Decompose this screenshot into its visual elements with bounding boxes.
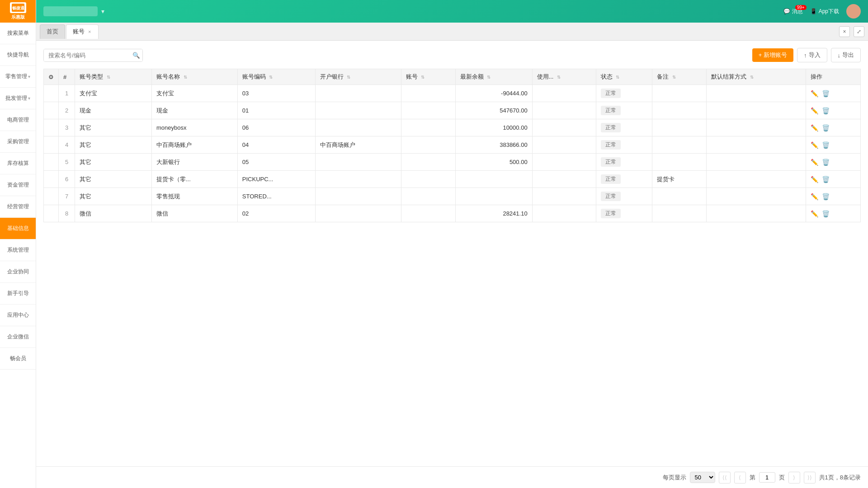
sidebar-item-enterprise-wechat[interactable]: 企业微信 [0,326,36,348]
sidebar-item-search[interactable]: 搜索菜单 [0,23,36,44]
sidebar-item-purchase[interactable]: 采购管理 [0,131,36,153]
tab-close-button[interactable]: × [839,26,850,37]
edit-icon[interactable]: ✏️ [811,193,818,200]
sidebar-item-inventory[interactable]: 库存核算 [0,153,36,174]
table-header-row: ⚙ # 账号类型 ⇅ 账号名称 ⇅ 账号编码 ⇅ 开户银行 ⇅ 账号 ⇅ 最新余… [44,69,861,85]
edit-icon[interactable]: ✏️ [811,210,818,217]
sidebar-item-members[interactable]: 畅会员 [0,348,36,370]
header-search-input[interactable] [43,6,98,16]
row-settle [707,205,806,222]
row-action: ✏️ 🗑️ [806,136,861,154]
tab-close-icon[interactable]: × [87,28,92,35]
next-page-button[interactable]: ⟩ [788,472,800,483]
col-usage[interactable]: 使用... ⇅ [532,69,596,85]
sidebar-item-quicknav[interactable]: 快捷导航 [0,44,36,66]
row-type: 其它 [75,136,152,154]
col-account[interactable]: 账号 ⇅ [401,69,455,85]
delete-icon[interactable]: 🗑️ [822,210,830,217]
row-type: 其它 [75,171,152,188]
row-name: 提货卡（零... [151,171,237,188]
app-download-button[interactable]: 📱 App下载 [810,8,839,15]
row-settings [44,171,59,188]
row-bank [315,119,401,136]
row-code: STORED... [237,188,315,205]
prev-page-button[interactable]: ⟨ [734,472,746,483]
sidebar-item-collab[interactable]: 企业协同 [0,261,36,283]
row-remark [652,205,707,222]
page-number-input[interactable] [759,472,775,483]
delete-icon[interactable]: 🗑️ [822,193,830,200]
per-page-select[interactable]: 50 100 200 [690,472,715,483]
search-button[interactable]: 🔍 [129,49,143,61]
sidebar-item-retail[interactable]: 零售管理 ▾ [0,66,36,88]
sidebar-item-guide[interactable]: 新手引导 [0,283,36,305]
edit-icon[interactable]: ✏️ [811,107,818,114]
sidebar-item-basic-info[interactable]: 基础信息 [0,218,36,239]
tab-account[interactable]: 账号 × [66,24,99,39]
row-index: 5 [59,154,75,171]
edit-icon[interactable]: ✏️ [811,90,818,97]
delete-icon[interactable]: 🗑️ [822,159,830,166]
first-page-button[interactable]: ⟨⟨ [719,472,731,483]
message-count: 99+ [795,5,807,10]
row-settings [44,85,59,102]
sidebar-item-system[interactable]: 系统管理 [0,239,36,261]
row-action: ✏️ 🗑️ [806,205,861,222]
sidebar-item-app-center[interactable]: 应用中心 [0,305,36,326]
edit-icon[interactable]: ✏️ [811,141,818,149]
tab-expand-button[interactable]: ⤢ [854,26,864,37]
row-usage [532,154,596,171]
delete-icon[interactable]: 🗑️ [822,124,830,131]
message-button[interactable]: 💬 消息 99+ [783,8,803,15]
app-download-label: App下载 [819,8,839,15]
add-account-button[interactable]: + 新增账号 [752,48,793,62]
row-settings [44,136,59,154]
row-account [401,154,455,171]
col-settle[interactable]: 默认结算方式 ⇅ [707,69,806,85]
user-avatar[interactable] [846,4,861,19]
delete-icon[interactable]: 🗑️ [822,107,830,114]
export-icon: ↓ [838,52,841,59]
col-type[interactable]: 账号类型 ⇅ [75,69,152,85]
row-settle [707,171,806,188]
col-balance[interactable]: 最新余额 ⇅ [455,69,532,85]
row-settle [707,119,806,136]
top-header: ▾ 💬 消息 99+ 📱 App下载 [36,0,868,23]
table-row: 1 支付宝 支付宝 03 -90444.00 正常 ✏️ 🗑️ [44,85,861,102]
col-remark[interactable]: 备注 ⇅ [652,69,707,85]
col-status[interactable]: 状态 ⇅ [596,69,652,85]
row-usage [532,136,596,154]
sidebar-item-operations[interactable]: 经营管理 [0,196,36,218]
delete-icon[interactable]: 🗑️ [822,141,830,149]
row-code: 04 [237,136,315,154]
row-action: ✏️ 🗑️ [806,119,861,136]
col-bank[interactable]: 开户银行 ⇅ [315,69,401,85]
chevron-down-icon: ▾ [28,74,30,79]
last-page-button[interactable]: ⟩⟩ [804,472,816,483]
edit-icon[interactable]: ✏️ [811,176,818,183]
delete-icon[interactable]: 🗑️ [822,90,830,97]
table-row: 7 其它 零售抵现 STORED... 正常 ✏️ 🗑️ [44,188,861,205]
col-code[interactable]: 账号编码 ⇅ [237,69,315,85]
delete-icon[interactable]: 🗑️ [822,176,830,183]
col-settings[interactable]: ⚙ [44,69,59,85]
row-account [401,188,455,205]
row-settings [44,188,59,205]
content-area: 🔍 + 新增账号 ↑ 导入 ↓ 导出 ⚙ # 账号类型 ⇅ [36,41,868,466]
search-input[interactable] [44,49,129,61]
col-action: 操作 [806,69,861,85]
sidebar-item-ecommerce[interactable]: 电商管理 [0,109,36,131]
tab-home[interactable]: 首页 [40,24,65,39]
export-button[interactable]: ↓ 导出 [831,48,861,62]
row-remark [652,85,707,102]
row-balance: -90444.00 [455,85,532,102]
row-settle [707,85,806,102]
row-index: 8 [59,205,75,222]
row-usage [532,119,596,136]
import-button[interactable]: ↑ 导入 [797,48,827,62]
sidebar-item-finance[interactable]: 资金管理 [0,174,36,196]
edit-icon[interactable]: ✏️ [811,159,818,166]
col-name[interactable]: 账号名称 ⇅ [151,69,237,85]
sidebar-item-wholesale[interactable]: 批发管理 ▾ [0,88,36,109]
edit-icon[interactable]: ✏️ [811,124,818,131]
